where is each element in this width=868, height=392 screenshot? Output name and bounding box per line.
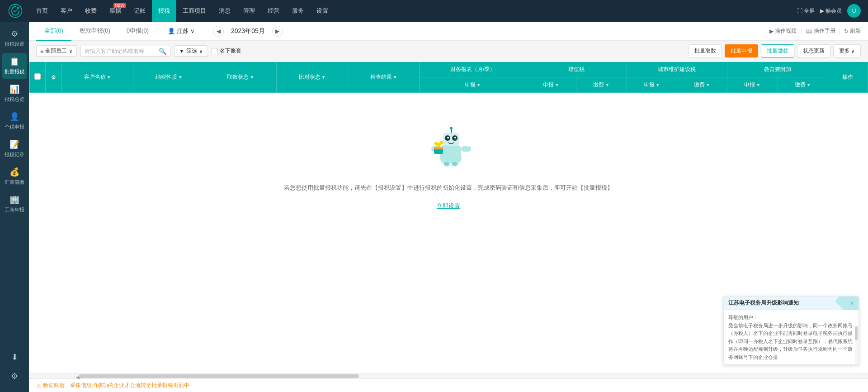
employee-select[interactable]: ≡ 全部员工 ∨ [36,45,77,57]
filter-icon[interactable]: ▼ [393,75,397,80]
th-vat-declare: 申报 ▼ [526,77,576,93]
th-customer-name: 客户名称 ▼ [62,62,133,93]
nav-operation[interactable]: 经营 [261,0,286,22]
svg-rect-18 [444,162,449,166]
sidebar-item-tax-overview[interactable]: 📊 报税总览 [2,81,27,106]
nav-tax[interactable]: 报税 [152,0,176,22]
nav-manage[interactable]: 管理 [237,0,261,22]
sidebar-item-personal-tax[interactable]: 👤 个税申报 [2,108,27,134]
tax-record-icon: 📝 [9,139,19,149]
sidebar-item-download[interactable]: ⬇ [2,349,27,366]
fullscreen-btn[interactable]: ⛶ 全屏 [797,7,815,15]
filter-button[interactable]: ▼ 筛选 ∨ [174,45,208,57]
filter-icon[interactable]: ▼ [756,82,760,87]
sidebar-item-batch-tax[interactable]: 📋 批量报税 [2,53,27,79]
th-compare-status: 比对状态 ▼ [276,62,348,93]
filter-icon[interactable]: ▼ [476,82,481,87]
next-month-btn[interactable]: ▶ [272,26,283,37]
setup-link[interactable]: 立即设置 [437,202,460,210]
horizontal-scrollbar[interactable]: ◀ [29,373,868,378]
nav-fee[interactable]: 收费 [79,0,103,22]
settings-icon: ⚙ [11,371,18,381]
svg-point-17 [450,127,453,129]
operation-video-link[interactable]: ▶ 操作视频 [769,27,797,35]
th-city-pay: 缴费 ▼ [677,77,727,93]
checkbox-label-accountset[interactable]: 名下账套 [212,47,241,55]
employee-icon: ≡ [40,48,43,54]
filter-icon[interactable]: ▼ [656,82,660,87]
month-display: 2023年05月 [227,27,269,35]
top-navigation: 首页 客户 收费 票据 NEW 记账 报税 工商项目 消息 管理 经营 服务 设… [0,0,868,22]
th-vat: 增值税 [526,62,627,77]
select-all-checkbox[interactable] [34,73,41,80]
new-badge: NEW [113,3,126,8]
sidebar-item-tax-settings[interactable]: ⚙ 报税设置 [2,25,27,51]
filter-icon[interactable]: ▼ [107,75,111,80]
sidebar-item-settlement[interactable]: 💰 汇算清缴 [2,163,27,189]
member-icon: ▶ [820,8,824,14]
sidebar-item-annual-report[interactable]: 🏢 工商年报 [2,191,27,217]
user-avatar[interactable]: U [847,4,861,18]
scrollbar-thumb[interactable] [79,374,359,378]
tab-zero-declare[interactable]: 0申报(0) [118,22,157,41]
notification-scrollbar[interactable] [855,326,859,364]
notification-title: 江苏电子税务局升级影响通知 [728,299,799,307]
sidebar-item-settings[interactable]: ⚙ [2,368,27,385]
toolbar-actions: 批量取数 批量申报 批量缴款 状态更新 更多 ∨ [689,44,861,57]
filter-dropdown-icon: ∨ [199,48,203,54]
refresh-btn[interactable]: ↻ 刷新 [844,27,861,35]
app-logo[interactable] [5,0,26,22]
sidebar: ⚙ 报税设置 📋 批量报税 📊 报税总览 👤 个税申报 📝 报税记录 💰 汇算清… [0,22,29,392]
filter-icon[interactable]: ▼ [807,82,811,87]
batch-fetch-btn[interactable]: 批量取数 [689,44,722,57]
sidebar-item-tax-record[interactable]: 📝 报税记录 [2,136,27,162]
nav-settings[interactable]: 设置 [310,0,335,22]
batch-pay-btn[interactable]: 批量缴款 [761,44,794,57]
settings-icon[interactable]: ⚙ [51,74,56,81]
chevron-right-icon: ▶ [275,28,279,34]
status-update-btn[interactable]: 状态更新 [797,44,830,57]
th-city-declare: 申报 ▼ [627,77,677,93]
th-edu-tax: 教育费附加 [727,62,828,77]
th-tax-type: 纳税性质 ▼ [133,62,205,93]
province-selector[interactable]: 👤 江苏 ∨ [168,27,195,35]
filter-icon[interactable]: ▼ [321,75,326,80]
tax-overview-icon: 📊 [9,84,19,94]
search-input[interactable] [85,48,157,54]
accountset-checkbox[interactable] [212,48,218,54]
corner-decoration [831,296,859,310]
notification-scrollbar-thumb[interactable] [855,326,858,340]
more-dropdown-icon: ∨ [851,48,855,54]
tab-tax-declare[interactable]: 税款申报(0) [71,22,118,41]
filter-icon[interactable]: ▼ [250,75,254,80]
employee-dropdown-icon: ∨ [69,48,73,54]
nav-invoice[interactable]: 票据 NEW [103,0,127,22]
more-btn[interactable]: 更多 ∨ [833,44,861,57]
annual-report-icon: 🏢 [9,195,19,205]
prev-month-btn[interactable]: ◀ [213,26,224,37]
filter-icon[interactable]: ▼ [555,82,559,87]
play-icon: ▶ [769,28,774,34]
province-icon: 👤 [168,28,175,34]
nav-message[interactable]: 消息 [212,0,237,22]
filter-icon[interactable]: ▼ [706,82,710,87]
nav-customer[interactable]: 客户 [54,0,79,22]
tab-all[interactable]: 全部(0) [36,22,71,41]
th-financial-report: 财务报表（月/季） [420,62,526,77]
nav-home[interactable]: 首页 [30,0,54,22]
fullscreen-icon: ⛶ [797,8,802,14]
batch-declare-btn[interactable]: 批量申报 [725,44,758,57]
operation-manual-link[interactable]: 📖 操作手册 [806,27,835,35]
chevron-left-icon: ◀ [217,28,221,34]
filter-icon[interactable]: ▼ [605,82,609,87]
manual-icon: 📖 [806,28,812,34]
filter-icon[interactable]: ▼ [178,75,183,80]
nav-business[interactable]: 工商项目 [176,0,212,22]
notification-body: 尊敬的用户： 受当前电子税务局进一步升级的影响，同一个政务网账号（办税人）名下的… [724,310,859,364]
search-icon[interactable]: 🔍 [159,48,166,55]
member-btn[interactable]: ▶ 畅会员 [820,7,842,15]
nav-service[interactable]: 服务 [286,0,310,22]
nav-menu: 首页 客户 收费 票据 NEW 记账 报税 工商项目 消息 管理 经营 服务 设… [30,0,797,22]
nav-bookkeeping[interactable]: 记账 [127,0,152,22]
th-vat-pay: 缴费 ▼ [576,77,627,93]
